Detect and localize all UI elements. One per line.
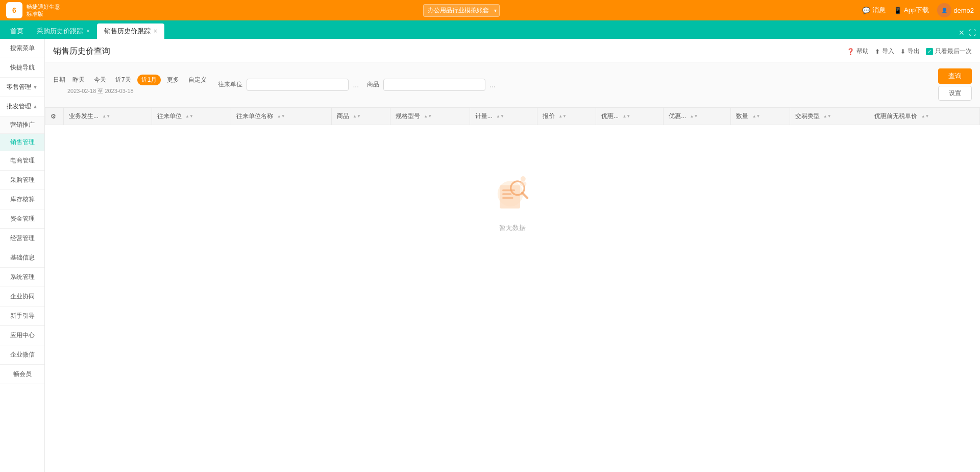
app-download-button[interactable]: 📱 App下载 xyxy=(894,6,929,15)
date-btn-yesterday[interactable]: 昨天 xyxy=(69,75,88,85)
table-col-pre-tax-price[interactable]: 优惠前无税单价 ▲▼ xyxy=(869,108,980,125)
sidebar-item-wholesale[interactable]: 批发管理 ▲ xyxy=(0,97,44,116)
sidebar-item-operations[interactable]: 经营管理 xyxy=(0,229,44,248)
product-filter-label: 商品 xyxy=(367,80,379,89)
query-button[interactable]: 查询 xyxy=(938,68,972,84)
app-logo-text: 畅捷通好生意 标准版 xyxy=(27,3,60,18)
app-logo-icon: 6 xyxy=(6,2,22,18)
finance-label: 资金管理 xyxy=(10,215,35,222)
table-col-unit-name[interactable]: 往来单位名称 ▲▼ xyxy=(231,108,331,125)
purchase-label: 采购管理 xyxy=(10,176,35,183)
tab-close-sales[interactable]: × xyxy=(154,28,157,34)
help-button[interactable]: ❓ 帮助 xyxy=(847,47,869,56)
sort-icon-pre-tax-price: ▲▼ xyxy=(921,114,929,119)
table-col-discount1[interactable]: 优惠... ▲▼ xyxy=(596,108,664,125)
only-last-checkbox[interactable]: ✓ xyxy=(926,48,933,55)
export-button[interactable]: ⬇ 导出 xyxy=(900,47,920,56)
content-area: 销售历史价查询 ❓ 帮助 ⬆ 导入 ⬇ 导出 ✓ 只看最后一次 xyxy=(45,39,980,472)
only-last-toggle[interactable]: ✓ 只看最后一次 xyxy=(926,47,972,56)
date-btn-7days[interactable]: 近7天 xyxy=(112,75,134,85)
sort-icon-quantity: ▲▼ xyxy=(752,114,761,119)
page-actions: ❓ 帮助 ⬆ 导入 ⬇ 导出 ✓ 只看最后一次 xyxy=(847,47,972,56)
sidebar-item-retail[interactable]: 零售管理 ▼ xyxy=(0,78,44,97)
sidebar-item-quick-nav[interactable]: 快捷导航 xyxy=(0,58,44,78)
table-col-quantity[interactable]: 数量 ▲▼ xyxy=(731,108,790,125)
quick-nav-label: 快捷导航 xyxy=(10,64,35,71)
app-center-label: 应用中心 xyxy=(10,332,35,339)
product-filter-input[interactable] xyxy=(383,79,485,91)
search-menu-label: 搜索菜单 xyxy=(10,44,35,52)
enterprise-label: 企业协同 xyxy=(10,293,35,300)
data-table: ⚙ 业务发生... ▲▼ 往来单位 ▲▼ 往来单位名称 ▲▼ xyxy=(45,107,980,125)
table-col-biz-date[interactable]: 业务发生... ▲▼ xyxy=(64,108,152,125)
svg-rect-2 xyxy=(502,190,515,191)
sidebar-item-search[interactable]: 搜索菜单 xyxy=(0,39,44,58)
table-col-discount2[interactable]: 优惠... ▲▼ xyxy=(664,108,731,125)
svg-rect-1 xyxy=(500,185,520,209)
date-filter-label: 日期 xyxy=(53,76,65,84)
sort-icon-quote: ▲▼ xyxy=(558,114,567,119)
sort-icon-spec: ▲▼ xyxy=(424,114,432,119)
message-icon: 💬 xyxy=(862,7,870,14)
table-col-trade-type[interactable]: 交易类型 ▲▼ xyxy=(790,108,869,125)
table-col-product[interactable]: 商品 ▲▼ xyxy=(331,108,390,125)
table-col-spec[interactable]: 规格型号 ▲▼ xyxy=(390,108,470,125)
sidebar-item-system[interactable]: 系统管理 xyxy=(0,268,44,287)
sort-icon-biz-date: ▲▼ xyxy=(102,114,110,119)
sidebar-item-purchase[interactable]: 采购管理 xyxy=(0,171,44,190)
table-col-unit-code[interactable]: 往来单位 ▲▼ xyxy=(152,108,231,125)
logo-area: 6 畅捷通好生意 标准版 xyxy=(6,2,60,18)
table-col-unit-measure[interactable]: 计量... ▲▼ xyxy=(470,108,537,125)
sidebar-item-basic-info[interactable]: 基础信息 xyxy=(0,248,44,268)
sidebar-item-inventory[interactable]: 库存核算 xyxy=(0,190,44,209)
sidebar-item-app-center[interactable]: 应用中心 xyxy=(0,326,44,345)
ecommerce-label: 电商管理 xyxy=(10,157,35,164)
tab-home[interactable]: 首页 xyxy=(4,23,30,39)
marketing-label: 营销推广 xyxy=(10,121,35,128)
tab-close-all-button[interactable]: ✕ xyxy=(959,29,965,37)
sidebar-item-membership[interactable]: 畅会员 xyxy=(0,365,44,384)
svg-point-8 xyxy=(520,181,526,186)
sidebar-item-marketing[interactable]: 营销推广 xyxy=(0,116,44,134)
retail-label: 零售管理 xyxy=(7,83,31,91)
sort-icon-unit-code: ▲▼ xyxy=(185,114,193,119)
sort-icon-discount1: ▲▼ xyxy=(622,114,630,119)
download-icon: 📱 xyxy=(894,7,902,14)
sidebar-item-onboarding[interactable]: 新手引导 xyxy=(0,306,44,326)
svg-point-7 xyxy=(521,176,526,181)
sort-icon-product: ▲▼ xyxy=(353,114,361,119)
sidebar-item-finance[interactable]: 资金管理 xyxy=(0,209,44,229)
basic-info-label: 基础信息 xyxy=(10,254,35,261)
main-layout: 搜索菜单 快捷导航 零售管理 ▼ 批发管理 ▲ 营销推广 销售管理 电商管理 采… xyxy=(0,39,980,472)
sidebar-item-enterprise-wechat[interactable]: 企业微信 xyxy=(0,345,44,365)
wholesale-arrow-icon: ▲ xyxy=(33,104,38,109)
date-buttons: 昨天 今天 近7天 近1月 更多 自定义 xyxy=(69,75,210,85)
sidebar-item-ecommerce[interactable]: 电商管理 xyxy=(0,151,44,171)
table-col-gear[interactable]: ⚙ xyxy=(45,108,64,125)
settings-button[interactable]: 设置 xyxy=(938,86,972,101)
unit-filter-input[interactable] xyxy=(247,79,349,91)
page-header: 销售历史价查询 ❓ 帮助 ⬆ 导入 ⬇ 导出 ✓ 只看最后一次 xyxy=(45,39,980,62)
tab-sales-history[interactable]: 销售历史价跟踪 × xyxy=(97,23,164,39)
svg-line-6 xyxy=(522,193,527,198)
sidebar-item-enterprise[interactable]: 企业协同 xyxy=(0,287,44,306)
tab-purchase-history[interactable]: 采购历史价跟踪 × xyxy=(30,23,97,39)
message-button[interactable]: 💬 消息 xyxy=(862,6,886,15)
date-btn-custom[interactable]: 自定义 xyxy=(185,75,210,85)
workspace-dropdown[interactable]: 办公用品行业模拟账套 xyxy=(423,4,500,17)
product-filter-dots[interactable]: ... xyxy=(489,81,496,89)
empty-state: 暂无数据 xyxy=(45,125,980,273)
tab-maximize-button[interactable]: ⛶ xyxy=(969,29,976,37)
date-btn-1month[interactable]: 近1月 xyxy=(137,75,161,85)
sort-icon-discount2: ▲▼ xyxy=(690,114,698,119)
svg-rect-3 xyxy=(502,193,511,195)
unit-filter-dots[interactable]: ... xyxy=(353,81,359,89)
user-profile[interactable]: 👤 demo2 xyxy=(937,3,974,17)
date-filter-group: 日期 昨天 今天 近7天 近1月 更多 自定义 2023-02-18 至 202… xyxy=(53,75,210,95)
sidebar-item-sales-mgmt[interactable]: 销售管理 xyxy=(0,134,44,151)
table-col-quote[interactable]: 报价 ▲▼ xyxy=(537,108,596,125)
import-button[interactable]: ⬆ 导入 xyxy=(875,47,894,56)
tab-close-purchase[interactable]: × xyxy=(86,28,90,34)
date-btn-today[interactable]: 今天 xyxy=(91,75,109,85)
date-btn-more[interactable]: 更多 xyxy=(164,75,182,85)
